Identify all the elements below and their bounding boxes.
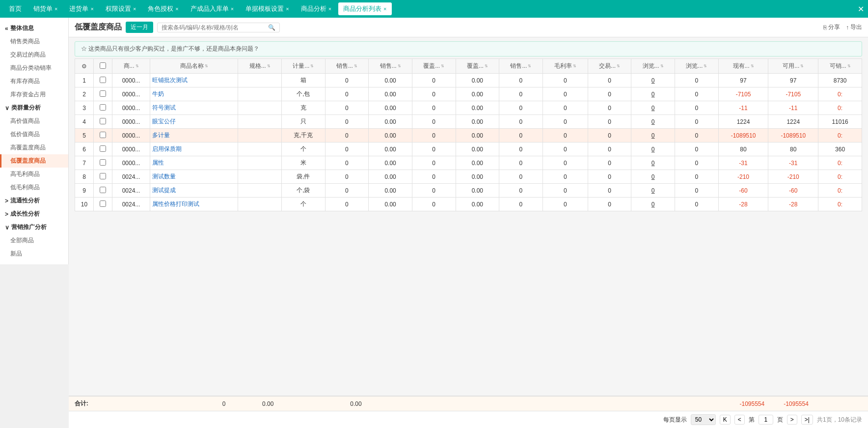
nav-analysis-list-close[interactable]: × — [383, 6, 386, 12]
browse1-link[interactable]: 0 — [651, 187, 655, 194]
browse1-link[interactable]: 0 — [651, 201, 655, 208]
row-checkbox[interactable] — [100, 173, 106, 179]
page-size-select[interactable]: 50 100 200 — [691, 414, 716, 425]
prev-page-button[interactable]: < — [734, 415, 745, 425]
browse1-link[interactable]: 0 — [651, 132, 655, 139]
sidebar-item-traded-goods[interactable]: 交易过的商品 — [0, 48, 68, 61]
sidebar-item-low-margin[interactable]: 低毛利商品 — [0, 181, 68, 194]
row-checkbox[interactable] — [100, 132, 106, 138]
th-cover2[interactable]: 覆盖...⇅ — [456, 59, 499, 74]
share-button[interactable]: ⎘ 分享 — [823, 23, 840, 31]
cell-check[interactable] — [94, 129, 112, 143]
browse1-link[interactable]: 0 — [651, 160, 655, 167]
row-checkbox[interactable] — [100, 104, 106, 111]
th-name[interactable]: 商品名称⇅ — [150, 59, 238, 74]
sidebar-item-high-value[interactable]: 高价值商品 — [0, 114, 68, 128]
sidebar-item-sales-goods[interactable]: 销售类商品 — [0, 35, 68, 48]
sidebar-overall-header[interactable]: « 整体信息 — [0, 22, 68, 35]
nav-role-close[interactable]: × — [175, 6, 178, 12]
nav-analysis-close[interactable]: × — [328, 6, 331, 12]
nav-sales-close[interactable]: × — [54, 6, 57, 12]
browse1-link[interactable]: 0 — [651, 77, 655, 84]
cell-name[interactable]: 眼宝公仔 — [150, 115, 238, 129]
sidebar-group-growth[interactable]: > 成长性分析 — [0, 207, 68, 221]
cell-browse1[interactable]: 0 — [631, 74, 675, 87]
next-page-button[interactable]: > — [787, 415, 797, 425]
nav-template[interactable]: 单据模板设置 × — [241, 2, 294, 15]
settings-icon[interactable]: ⚙ — [81, 63, 87, 70]
browse1-link[interactable]: 0 — [651, 173, 655, 180]
sidebar-group-cluster[interactable]: ∨ 类群量分析 — [0, 101, 68, 114]
cell-browse1[interactable]: 0 — [631, 170, 675, 184]
sidebar-item-new-goods[interactable]: 新品 — [0, 247, 68, 260]
sidebar-item-low-coverage[interactable]: 低覆盖度商品 — [0, 154, 68, 168]
cell-name[interactable]: 属性价格打印测试 — [150, 198, 238, 211]
row-checkbox[interactable] — [100, 118, 106, 124]
nav-purchase-close[interactable]: × — [90, 6, 93, 12]
browse1-link[interactable]: 0 — [651, 118, 655, 125]
sidebar-item-low-value[interactable]: 低价值商品 — [0, 128, 68, 141]
row-checkbox[interactable] — [100, 200, 106, 207]
last-page-button[interactable]: >| — [801, 415, 813, 425]
th-code[interactable]: 商...⇅ — [112, 59, 150, 74]
nav-analysis[interactable]: 商品分析 × — [296, 2, 336, 15]
sidebar-item-high-margin[interactable]: 高毛利商品 — [0, 168, 68, 181]
cell-check[interactable] — [94, 101, 112, 115]
nav-template-close[interactable]: × — [286, 6, 289, 12]
cell-check[interactable] — [94, 184, 112, 198]
cell-browse1[interactable]: 0 — [631, 115, 675, 129]
cell-check[interactable] — [94, 74, 112, 87]
cell-name[interactable]: 属性 — [150, 156, 238, 170]
browse1-link[interactable]: 0 — [651, 105, 655, 112]
select-all-checkbox[interactable] — [100, 62, 106, 69]
th-sales1[interactable]: 销售...⇅ — [325, 59, 369, 74]
search-input[interactable] — [162, 24, 266, 31]
nav-permissions[interactable]: 权限设置 × — [101, 2, 141, 15]
row-checkbox[interactable] — [100, 77, 106, 83]
page-number-input[interactable] — [759, 415, 773, 425]
nav-role[interactable]: 角色授权 × — [143, 2, 183, 15]
window-close-button[interactable]: ✕ — [858, 4, 864, 14]
th-browse1[interactable]: 浏览...⇅ — [631, 59, 675, 74]
nav-product-in[interactable]: 产成品入库单 × — [186, 2, 239, 15]
cell-name[interactable]: 符号测试 — [150, 101, 238, 115]
th-sales2[interactable]: 销售...⇅ — [369, 59, 412, 74]
cell-browse1[interactable]: 0 — [631, 184, 675, 198]
sidebar-item-has-stock[interactable]: 有库存商品 — [0, 75, 68, 88]
nav-permissions-close[interactable]: × — [133, 6, 136, 12]
cell-name[interactable]: 启用保质期 — [150, 143, 238, 156]
th-unit[interactable]: 计量...⇅ — [282, 59, 326, 74]
cell-check[interactable] — [94, 115, 112, 129]
cell-check[interactable] — [94, 198, 112, 211]
sidebar-group-marketing[interactable]: ∨ 营销推广分析 — [0, 221, 68, 234]
th-settings[interactable]: ⚙ — [75, 59, 94, 74]
th-spec[interactable]: 规格...⇅ — [238, 59, 282, 74]
cell-check[interactable] — [94, 156, 112, 170]
nav-sales[interactable]: 销货单 × — [28, 2, 62, 15]
th-trade[interactable]: 交易...⇅ — [588, 59, 631, 74]
th-browse2[interactable]: 浏览...⇅ — [675, 59, 719, 74]
row-checkbox[interactable] — [100, 187, 106, 193]
cell-browse1[interactable]: 0 — [631, 101, 675, 115]
th-check[interactable] — [94, 59, 112, 74]
browse1-link[interactable]: 0 — [651, 146, 655, 153]
th-sales3[interactable]: 销售...⇅ — [499, 59, 543, 74]
cell-name[interactable]: 牛奶 — [150, 87, 238, 101]
row-checkbox[interactable] — [100, 145, 106, 152]
th-sellable[interactable]: 可销...⇅ — [818, 59, 862, 74]
cell-browse1[interactable]: 0 — [631, 129, 675, 143]
nav-home[interactable]: 首页 — [4, 2, 27, 15]
row-checkbox[interactable] — [100, 90, 106, 97]
cell-name[interactable]: 测试提成 — [150, 184, 238, 198]
th-margin[interactable]: 毛利率⇅ — [542, 59, 588, 74]
export-button[interactable]: ↑ 导出 — [846, 23, 862, 31]
cell-check[interactable] — [94, 87, 112, 101]
cell-browse1[interactable]: 0 — [631, 156, 675, 170]
first-page-button[interactable]: K — [720, 415, 731, 425]
th-available[interactable]: 可用...⇅ — [768, 59, 818, 74]
sidebar-item-all-goods[interactable]: 全部商品 — [0, 234, 68, 247]
cell-check[interactable] — [94, 143, 112, 156]
nav-product-in-close[interactable]: × — [231, 6, 234, 12]
cell-name[interactable]: 测试数量 — [150, 170, 238, 184]
sidebar-group-circulation[interactable]: > 流通性分析 — [0, 194, 68, 207]
